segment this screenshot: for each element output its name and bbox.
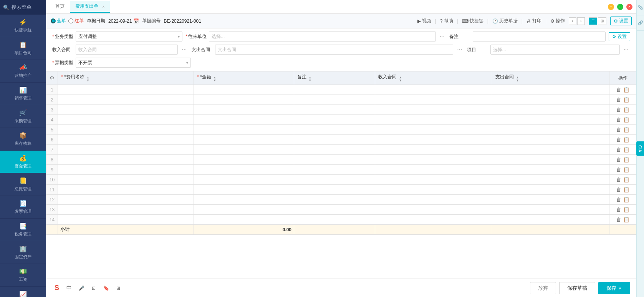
delete-icon[interactable]: 🗑 bbox=[616, 127, 621, 133]
income-contract-cell[interactable] bbox=[375, 165, 492, 175]
delete-icon[interactable]: 🗑 bbox=[616, 217, 621, 222]
delete-icon[interactable]: 🗑 bbox=[616, 197, 621, 202]
window-close-button[interactable]: × bbox=[626, 4, 632, 10]
expense-name-cell[interactable] bbox=[58, 215, 194, 225]
expense-name-cell[interactable] bbox=[58, 145, 194, 155]
delete-icon[interactable]: 🗑 bbox=[616, 117, 621, 123]
expense-name-cell[interactable] bbox=[58, 135, 194, 145]
amount-cell[interactable] bbox=[194, 165, 294, 175]
copy-icon[interactable]: 📋 bbox=[623, 97, 629, 103]
remark-cell[interactable] bbox=[294, 115, 375, 125]
sort-remark-icon[interactable]: ▲▼ bbox=[308, 76, 311, 82]
window-maximize-button[interactable]: □ bbox=[617, 4, 623, 10]
expense-name-cell[interactable] bbox=[58, 185, 194, 195]
sidebar-item-salary[interactable]: 💵工资 bbox=[0, 264, 46, 287]
form-settings-button[interactable]: ⚙ 设置 bbox=[609, 32, 630, 41]
remark-cell[interactable] bbox=[294, 105, 375, 115]
radio-blue-single[interactable]: 蓝单 bbox=[51, 18, 66, 24]
sidebar-item-capital[interactable]: 💰资金管理 bbox=[0, 151, 46, 173]
income-contract-cell[interactable] bbox=[375, 105, 492, 115]
amount-cell[interactable] bbox=[194, 125, 294, 135]
amount-cell[interactable] bbox=[194, 205, 294, 215]
expense-name-cell[interactable] bbox=[58, 85, 194, 95]
expense-name-cell[interactable] bbox=[58, 205, 194, 215]
sort-expense-name-icon[interactable]: ▲▼ bbox=[86, 76, 89, 82]
brand-s-icon[interactable]: S bbox=[52, 284, 61, 293]
copy-icon[interactable]: 📋 bbox=[623, 157, 629, 163]
delete-icon[interactable]: 🗑 bbox=[616, 147, 621, 153]
brand-bookmark-icon[interactable]: 🔖 bbox=[101, 284, 111, 293]
history-button[interactable]: 🕐 历史单据 bbox=[492, 18, 518, 24]
expense-name-cell[interactable] bbox=[58, 115, 194, 125]
invoice-type-input[interactable]: 不开票 ▾ bbox=[76, 58, 191, 68]
remark-cell[interactable] bbox=[294, 205, 375, 215]
copy-icon[interactable]: 📋 bbox=[623, 207, 629, 212]
expense-contract-cell[interactable] bbox=[492, 135, 609, 145]
amount-cell[interactable] bbox=[194, 175, 294, 185]
amount-cell[interactable] bbox=[194, 85, 294, 95]
amount-cell[interactable] bbox=[194, 105, 294, 115]
expense-name-cell[interactable] bbox=[58, 105, 194, 115]
copy-icon[interactable]: 📋 bbox=[623, 127, 629, 133]
calendar-icon[interactable]: 📅 bbox=[133, 18, 139, 24]
sort-income-contract-icon[interactable]: ▲▼ bbox=[399, 76, 402, 82]
nav-next-button[interactable]: › bbox=[577, 17, 585, 25]
window-minimize-button[interactable]: − bbox=[608, 4, 614, 10]
expense-name-cell[interactable] bbox=[58, 195, 194, 205]
expense-contract-cell[interactable] bbox=[492, 195, 609, 205]
help-button[interactable]: ? 帮助 bbox=[440, 18, 453, 24]
expense-contract-cell[interactable] bbox=[492, 215, 609, 225]
income-contract-cell[interactable] bbox=[375, 145, 492, 155]
sort-expense-contract-icon[interactable]: ▲▼ bbox=[516, 76, 519, 82]
copy-icon[interactable]: 📋 bbox=[623, 197, 629, 202]
partner-more-icon[interactable]: ··· bbox=[438, 33, 446, 40]
copy-icon[interactable]: 📋 bbox=[623, 147, 629, 153]
income-contract-cell[interactable] bbox=[375, 125, 492, 135]
operations-button[interactable]: ⚙ 操作 bbox=[550, 18, 565, 24]
view-list-button[interactable]: ☰ bbox=[589, 17, 597, 25]
amount-cell[interactable] bbox=[194, 115, 294, 125]
remark-cell[interactable] bbox=[294, 95, 375, 105]
expense-contract-cell[interactable] bbox=[492, 155, 609, 165]
copy-icon[interactable]: 📋 bbox=[623, 107, 629, 113]
amount-cell[interactable] bbox=[194, 185, 294, 195]
expense-contract-cell[interactable] bbox=[492, 185, 609, 195]
sidebar-search[interactable]: 🔍 搜索菜单 bbox=[0, 0, 46, 15]
expense-name-cell[interactable] bbox=[58, 95, 194, 105]
delete-icon[interactable]: 🗑 bbox=[616, 137, 621, 143]
remark-cell[interactable] bbox=[294, 135, 375, 145]
remark-cell[interactable] bbox=[294, 185, 375, 195]
settings-button[interactable]: ⚙ 设置 bbox=[610, 17, 632, 25]
copy-icon[interactable]: 📋 bbox=[623, 87, 629, 93]
sidebar-item-invoice[interactable]: 🧾发票管理 bbox=[0, 196, 46, 219]
income-contract-cell[interactable] bbox=[375, 195, 492, 205]
income-contract-cell[interactable] bbox=[375, 85, 492, 95]
sidebar-item-fixed-assets[interactable]: 🏢固定资产 bbox=[0, 241, 46, 264]
amount-cell[interactable] bbox=[194, 195, 294, 205]
radio-red-single[interactable]: 红单 bbox=[68, 18, 84, 24]
view-grid-button[interactable]: ⊞ bbox=[598, 17, 606, 25]
delete-icon[interactable]: 🗑 bbox=[616, 107, 621, 113]
video-button[interactable]: ▶ 视频 bbox=[417, 18, 431, 24]
expense-name-cell[interactable] bbox=[58, 175, 194, 185]
save-draft-button[interactable]: 保存草稿 bbox=[559, 282, 595, 294]
expense-contract-input[interactable]: 支出合同 bbox=[215, 45, 454, 55]
income-contract-cell[interactable] bbox=[375, 175, 492, 185]
sidebar-item-purchase[interactable]: 🛒采购管理 bbox=[0, 105, 46, 128]
business-type-input[interactable]: 应付调整 ▾ bbox=[76, 32, 182, 41]
brand-screen-icon[interactable]: ⊡ bbox=[89, 284, 98, 293]
partner-input[interactable]: 选择... bbox=[209, 32, 435, 41]
expense-contract-cell[interactable] bbox=[492, 115, 609, 125]
income-contract-cell[interactable] bbox=[375, 155, 492, 165]
copy-icon[interactable]: 📋 bbox=[623, 187, 629, 192]
sort-amount-icon[interactable]: ▲▼ bbox=[213, 76, 216, 82]
project-more-icon[interactable]: ··· bbox=[622, 46, 630, 53]
income-contract-cell[interactable] bbox=[375, 135, 492, 145]
copy-icon[interactable]: 📋 bbox=[623, 137, 629, 143]
delete-icon[interactable]: 🗑 bbox=[616, 87, 621, 93]
expense-name-cell[interactable] bbox=[58, 165, 194, 175]
remark-cell[interactable] bbox=[294, 195, 375, 205]
sidebar-item-quick-nav[interactable]: ⚡快捷导航 bbox=[0, 15, 46, 37]
nav-prev-button[interactable]: ‹ bbox=[569, 17, 576, 25]
discard-button[interactable]: 放弃 bbox=[530, 282, 556, 294]
